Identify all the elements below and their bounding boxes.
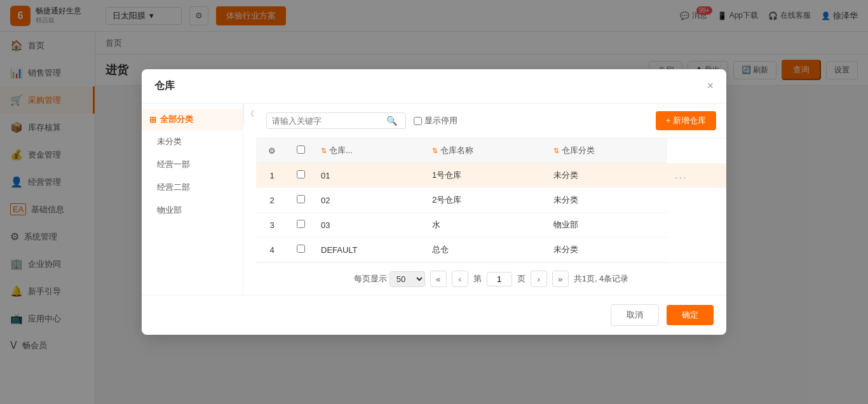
select-all-checkbox[interactable] xyxy=(297,145,305,154)
row-name: 2号仓库 xyxy=(424,188,546,213)
row-actions: ... xyxy=(667,163,726,188)
category-item-uncategorized[interactable]: 未分类 xyxy=(142,130,243,153)
category-panel: ⊞ 全部分类 未分类 经营一部 经营二部 物业部 xyxy=(142,104,243,295)
row-name: 总仓 xyxy=(424,238,546,262)
col-header-gear: ⚙ xyxy=(256,138,288,163)
row-num: 4 xyxy=(256,238,288,262)
row-num: 3 xyxy=(256,213,288,238)
col-header-name: ⇅仓库名称 xyxy=(424,138,546,163)
row-checkbox[interactable] xyxy=(297,220,305,228)
prev-page-button[interactable]: ‹ xyxy=(452,271,468,287)
warehouse-table: ⚙ ⇅仓库... ⇅仓库名称 ⇅仓库分类 1 01 1号仓库 xyxy=(256,138,726,262)
row-checkbox[interactable] xyxy=(297,170,305,178)
table-toolbar: 🔍 显示停用 + 新增仓库 xyxy=(256,104,726,138)
add-warehouse-button[interactable]: + 新增仓库 xyxy=(656,111,716,130)
category-item-ops1[interactable]: 经营一部 xyxy=(142,153,243,176)
row-category: 未分类 xyxy=(546,163,667,188)
warehouse-modal: 仓库 × ⊞ 全部分类 未分类 经营一部 经营二部 物业部 《 🔍 xyxy=(142,69,726,335)
show-disabled-checkbox-label[interactable]: 显示停用 xyxy=(414,115,458,126)
search-input-wrap: 🔍 xyxy=(266,112,406,129)
last-page-button[interactable]: » xyxy=(552,271,569,287)
row-checkbox-cell xyxy=(288,213,313,238)
table-header-row: ⚙ ⇅仓库... ⇅仓库名称 ⇅仓库分类 xyxy=(256,138,726,163)
table-row[interactable]: 1 01 1号仓库 未分类 ... xyxy=(256,163,726,188)
table-row[interactable]: 2 02 2号仓库 未分类 xyxy=(256,188,726,213)
col-header-code: ⇅仓库... xyxy=(313,138,424,163)
row-name: 1号仓库 xyxy=(424,163,546,188)
row-checkbox-cell xyxy=(288,188,313,213)
row-category: 未分类 xyxy=(546,188,667,213)
row-checkbox-cell xyxy=(288,238,313,262)
row-checkbox[interactable] xyxy=(297,195,305,203)
modal-title: 仓库 xyxy=(154,79,175,93)
page-label: 第 xyxy=(473,273,482,285)
row-code: 02 xyxy=(313,188,424,213)
confirm-button[interactable]: 确定 xyxy=(667,305,714,325)
next-page-button[interactable]: › xyxy=(531,271,547,287)
table-panel: 🔍 显示停用 + 新增仓库 ⚙ ⇅仓库... ⇅仓库名称 xyxy=(256,104,726,295)
row-name: 水 xyxy=(424,213,546,238)
category-item-ops2[interactable]: 经营二部 xyxy=(142,176,243,199)
collapse-panel-button[interactable]: 《 xyxy=(243,104,256,125)
row-num: 1 xyxy=(256,163,288,188)
modal-header: 仓库 × xyxy=(142,69,726,104)
row-code: 01 xyxy=(313,163,424,188)
row-code: 03 xyxy=(313,213,424,238)
all-categories-item[interactable]: ⊞ 全部分类 xyxy=(142,109,243,130)
table-row[interactable]: 3 03 水 物业部 xyxy=(256,213,726,238)
col-header-category: ⇅仓库分类 xyxy=(546,138,667,163)
grid-icon: ⊞ xyxy=(149,115,156,125)
show-disabled-label: 显示停用 xyxy=(424,115,458,126)
table-row[interactable]: 4 DEFAULT 总仓 未分类 xyxy=(256,238,726,262)
row-code: DEFAULT xyxy=(313,238,424,262)
search-icon: 🔍 xyxy=(386,116,397,126)
page-summary: 共1页, 4条记录 xyxy=(574,273,629,285)
row-checkbox[interactable] xyxy=(297,245,305,253)
row-num: 2 xyxy=(256,188,288,213)
pagination: 每页显示 50 10 20 100 « ‹ 第 页 › » 共1页, 4条记录 xyxy=(256,262,726,295)
page-number-input[interactable] xyxy=(487,272,512,286)
page-unit: 页 xyxy=(517,273,526,285)
per-page-label: 每页显示 xyxy=(354,273,387,285)
cancel-button[interactable]: 取消 xyxy=(611,304,659,326)
row-checkbox-cell xyxy=(288,163,313,188)
show-disabled-checkbox[interactable] xyxy=(414,117,422,125)
row-category: 未分类 xyxy=(546,238,667,262)
search-input[interactable] xyxy=(272,116,386,126)
col-header-check xyxy=(288,138,313,163)
close-button[interactable]: × xyxy=(707,79,714,93)
all-categories-label: 全部分类 xyxy=(160,114,193,125)
category-item-property[interactable]: 物业部 xyxy=(142,199,243,222)
first-page-button[interactable]: « xyxy=(430,271,447,287)
per-page-select[interactable]: 50 10 20 100 xyxy=(390,271,425,287)
per-page-area: 每页显示 50 10 20 100 xyxy=(354,271,425,287)
modal-footer: 取消 确定 xyxy=(142,295,726,335)
modal-body: ⊞ 全部分类 未分类 经营一部 经营二部 物业部 《 🔍 显示停用 xyxy=(142,104,726,295)
warehouse-data-table: ⚙ ⇅仓库... ⇅仓库名称 ⇅仓库分类 1 01 1号仓库 xyxy=(256,138,726,262)
row-category: 物业部 xyxy=(546,213,667,238)
